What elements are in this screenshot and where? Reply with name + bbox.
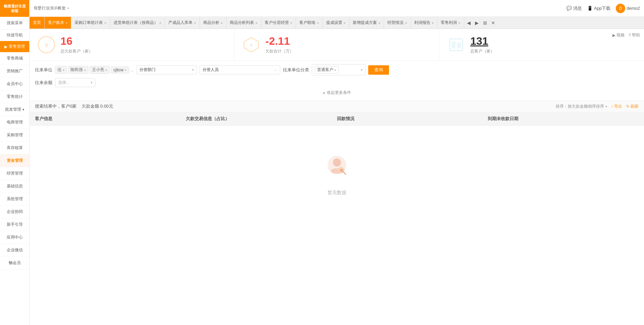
tab-operation-close[interactable]: × — [405, 21, 407, 25]
table-header: 客户信息 欠款交易信息（占比） 回款情况 到期未收款日期 — [30, 112, 644, 125]
tab-customer-layer[interactable]: 客户分层经营 × — [261, 17, 296, 29]
filter-category-tag-close[interactable]: × — [334, 68, 336, 72]
tab-product-inbound-close[interactable]: × — [194, 21, 196, 25]
tab-purchase-order-close[interactable]: × — [104, 21, 106, 25]
sidebar-retail-label: 零售管理 — [9, 44, 25, 49]
tabs-prev-btn[interactable]: ◀ — [466, 20, 472, 26]
sidebar-item-retail-stats[interactable]: 零售统计 — [0, 91, 29, 103]
filter-collapse-btn[interactable]: ∧ 收起更多条件 — [35, 90, 639, 96]
filter-tags: 伍 × 陈民强 × 王小亮 × cjttcw × ... — [55, 66, 134, 74]
tab-operation[interactable]: 经营情况 × — [384, 17, 411, 29]
topbar-right: 💬 消息 📱 App下载 D demo2 — [566, 4, 640, 13]
tabs-close-btn[interactable]: ✕ — [490, 20, 497, 26]
filter-more-btn[interactable]: ... — [130, 68, 134, 72]
filter-category-tag-text: 普通客户 — [317, 67, 333, 73]
sidebar-item-app-center[interactable]: 应用中心 — [0, 231, 29, 244]
tab-customer-contact-close[interactable]: × — [317, 21, 319, 25]
filter-balance-select[interactable]: 选择... ▾ — [55, 78, 95, 87]
empty-state: 暂无数据 — [30, 125, 644, 223]
filter-tag-wang-close[interactable]: × — [105, 68, 107, 72]
message-icon: 💬 — [566, 6, 572, 11]
filter-category-arrow: ▾ — [361, 68, 362, 72]
tab-retail-profit-close[interactable]: × — [458, 21, 460, 25]
tab-product-analysis-close[interactable]: × — [221, 21, 223, 25]
filter-category-select[interactable]: 普通客户 × ▾ — [312, 64, 366, 75]
result-sort-select[interactable]: 排序：按欠款金额倒序排序 ▾ — [556, 104, 607, 109]
filter-area: 往来单位 伍 × 陈民强 × 王小亮 × cjttcw — [30, 61, 644, 101]
sidebar-quick-nav[interactable]: 快捷导航 — [0, 30, 29, 41]
sidebar-item-basic-info[interactable]: 基础信息 — [0, 180, 29, 193]
filter-tag-wu-close[interactable]: × — [62, 68, 65, 72]
filter-query-btn[interactable]: 查询 — [368, 65, 389, 75]
tabs-expand-btn[interactable]: ⊞ — [482, 20, 488, 26]
sidebar-wholesale-arrow: ▾ — [23, 108, 24, 111]
svg-text:¥: ¥ — [44, 42, 48, 48]
topbar-user[interactable]: D demo2 — [616, 4, 640, 13]
sidebar-item-retail-shop[interactable]: 零售商城 — [0, 52, 29, 65]
video-icon: ▶ — [612, 33, 615, 38]
filter-tag-cjttcw: cjttcw × — [111, 67, 129, 73]
tab-commission-settings-close[interactable]: × — [344, 21, 346, 25]
sidebar-item-marketing[interactable]: 营销推广 — [0, 65, 29, 78]
topbar-message[interactable]: 💬 消息 — [566, 5, 582, 11]
filter-balance-placeholder: 选择... — [58, 80, 70, 85]
filter-tag-chen-close[interactable]: × — [84, 68, 86, 72]
empty-icon — [324, 152, 350, 186]
filter-row-2: 往来余额 选择... ▾ — [35, 78, 639, 87]
help-video-btn[interactable]: ▶ 视频 — [612, 32, 625, 38]
tab-customer-layer-close[interactable]: × — [290, 21, 292, 25]
sidebar-item-ecommerce[interactable]: 电商管理 — [0, 116, 29, 129]
tab-purchase-stat[interactable]: 进货单统计表（按商品） × — [110, 17, 165, 29]
tab-home[interactable]: 首页 — [30, 17, 45, 29]
sidebar-item-member2[interactable]: 畅会员 — [0, 257, 29, 269]
sidebar-item-purchase[interactable]: 采购管理 — [0, 129, 29, 142]
stat-customers-icon: ¥ — [36, 35, 56, 55]
sidebar-search[interactable]: 搜索菜单 — [0, 17, 29, 30]
result-info: 搜索结果中，客户0家 欠款金额 0.00元 — [35, 103, 113, 109]
filter-dept-select[interactable]: 分管部门 ▾ — [136, 65, 197, 74]
topbar-app-download[interactable]: 📱 App下载 — [587, 5, 610, 11]
sidebar-item-enterprise[interactable]: 企业协同 — [0, 206, 29, 218]
tab-retail-profit[interactable]: 零售利润 × — [437, 17, 464, 29]
sidebar-item-newbie[interactable]: 新手引导 — [0, 218, 29, 231]
customers-svg: ¥ — [38, 36, 55, 53]
topbar-selector-arrow[interactable]: ▾ — [67, 6, 69, 10]
sidebar-item-operation[interactable]: 经营管理 — [0, 167, 29, 180]
tab-purchase-order-label: 采购订单统计表 — [75, 20, 103, 26]
sidebar-retail-mgmt[interactable]: ▶ 零售管理 — [0, 41, 29, 52]
sidebar-item-wechat[interactable]: 企业微信 — [0, 244, 29, 257]
tab-customer-ledger[interactable]: 客户账本 × — [45, 17, 71, 29]
filter-tag-cjttcw-close[interactable]: × — [124, 68, 126, 72]
result-export-btn[interactable]: ↑ 导出 — [611, 104, 622, 109]
tab-purchase-stat-close[interactable]: × — [159, 21, 161, 25]
filter-category-label: 往来单位分类 — [283, 67, 309, 73]
tab-commission-settings[interactable]: 提成设置 × — [323, 17, 349, 29]
filter-unit-label: 往来单位 — [35, 67, 52, 73]
tab-customer-contact[interactable]: 客户联络 × — [296, 17, 323, 29]
tab-product-inbound[interactable]: 产成品入库单 × — [165, 17, 200, 29]
tab-product-analysis-list-close[interactable]: × — [255, 21, 257, 25]
tab-product-analysis[interactable]: 商品分析 × — [200, 17, 226, 29]
filter-person-more: ··· — [274, 68, 277, 72]
tab-profit-report[interactable]: 利润报告 × — [411, 17, 437, 29]
tabs-nav: ◀ ▶ ⊞ ✕ — [464, 20, 498, 26]
tab-customer-ledger-close[interactable]: × — [66, 21, 68, 25]
filter-person-select[interactable]: 分管人员 ··· — [200, 65, 280, 74]
tab-new-commission-close[interactable]: × — [378, 21, 380, 25]
result-refresh-btn[interactable]: ↻ 刷新 — [626, 104, 639, 109]
sidebar-item-system[interactable]: 系统管理 — [0, 193, 29, 206]
tab-product-analysis-label: 商品分析 — [203, 20, 219, 26]
sidebar-item-member[interactable]: 会员中心 — [0, 78, 29, 91]
tab-purchase-order[interactable]: 采购订单统计表 × — [71, 17, 110, 29]
tab-new-commission[interactable]: 新增提成方案 × — [349, 17, 384, 29]
tabs-next-btn[interactable]: ▶ — [474, 20, 480, 26]
filter-category-tag: 普通客户 × — [315, 66, 339, 74]
collapse-icon: ∧ — [323, 91, 326, 95]
sidebar-item-finance[interactable]: 资金管理 — [0, 154, 29, 167]
tab-profit-report-close[interactable]: × — [432, 21, 434, 25]
sidebar-item-inventory[interactable]: 库存核算 — [0, 142, 29, 154]
help-doc-btn[interactable]: ? 帮助 — [629, 32, 640, 38]
sidebar-item-wholesale[interactable]: 批发管理 ▾ — [0, 103, 29, 116]
stat-total-label: 总客户（家） — [470, 48, 495, 54]
tab-product-analysis-list[interactable]: 商品分析列表 × — [226, 17, 261, 29]
